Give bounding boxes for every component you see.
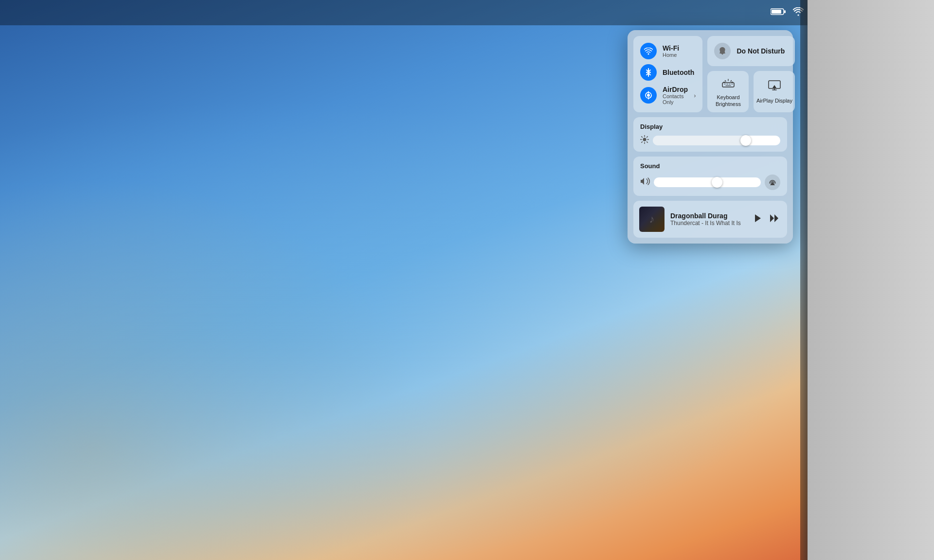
menu-bar: Mon Jun 22 9:41 AM	[0, 0, 934, 25]
sound-slider-track[interactable]	[654, 177, 761, 187]
sound-airplay-button[interactable]	[765, 175, 780, 190]
brightness-icon	[640, 135, 649, 146]
keyboard-brightness-label: Keyboard Brightness	[707, 94, 749, 108]
bluetooth-item[interactable]: Bluetooth	[640, 64, 696, 81]
svg-marker-42	[774, 214, 778, 222]
airdrop-item[interactable]: AirDrop Contacts Only ›	[640, 86, 696, 105]
airdrop-chevron-icon: ›	[694, 92, 696, 99]
svg-rect-15	[722, 83, 734, 87]
skip-forward-button[interactable]	[768, 212, 781, 227]
playback-controls	[752, 212, 781, 227]
display-slider-row	[640, 135, 780, 146]
wifi-item[interactable]: Wi-Fi Home	[640, 43, 696, 59]
svg-rect-2	[772, 10, 781, 14]
display-slider-thumb[interactable]	[740, 135, 751, 146]
svg-marker-40	[755, 214, 761, 222]
connectivity-tile: Wi-Fi Home Bluetooth	[633, 36, 702, 112]
sound-title: Sound	[640, 162, 780, 170]
play-button[interactable]	[752, 212, 764, 227]
svg-marker-41	[770, 214, 774, 222]
now-playing-info: Dragonball Durag Thundercat - It Is What…	[670, 212, 746, 227]
volume-icon	[640, 177, 650, 187]
battery-icon	[771, 8, 786, 18]
svg-rect-1	[784, 10, 786, 13]
svg-line-36	[647, 142, 648, 143]
album-art	[639, 207, 665, 232]
svg-line-23	[731, 80, 732, 81]
svg-marker-27	[772, 85, 776, 88]
laptop-body	[808, 0, 934, 560]
airdrop-text: AirDrop Contacts Only	[663, 86, 688, 105]
sound-slider-thumb[interactable]	[712, 177, 722, 188]
airdrop-icon-circle	[640, 87, 657, 104]
now-playing-tile: Dragonball Durag Thundercat - It Is What…	[633, 201, 787, 238]
airdrop-subtitle: Contacts Only	[663, 93, 688, 105]
wifi-text: Wi-Fi Home	[663, 44, 679, 58]
right-column: Do Not Disturb	[707, 36, 795, 112]
wifi-icon-circle	[640, 43, 657, 59]
track-artist: Thundercat - It Is What It Is	[670, 220, 746, 227]
small-tiles-row: Keyboard Brightness AirPlay Display	[707, 71, 795, 112]
svg-point-9	[648, 53, 649, 54]
airplay-display-label: AirPlay Display	[756, 97, 792, 104]
airplay-display-icon	[768, 79, 781, 94]
svg-point-30	[643, 138, 647, 141]
wifi-subtitle: Home	[663, 52, 679, 58]
display-section: Display	[633, 117, 787, 152]
display-slider-track[interactable]	[653, 136, 780, 145]
svg-line-22	[725, 80, 726, 81]
dnd-icon-circle	[714, 43, 731, 59]
svg-line-38	[642, 142, 643, 143]
bluetooth-name: Bluetooth	[663, 69, 694, 76]
control-center-panel: Wi-Fi Home Bluetooth	[628, 30, 793, 244]
keyboard-brightness-tile[interactable]: Keyboard Brightness	[707, 71, 749, 112]
wifi-name: Wi-Fi	[663, 44, 679, 52]
display-slider-fill	[653, 136, 749, 145]
sound-slider-row	[640, 175, 780, 190]
display-title: Display	[640, 123, 780, 130]
airdrop-name: AirDrop	[663, 86, 688, 93]
sound-section: Sound	[633, 157, 787, 196]
dnd-label: Do Not Disturb	[736, 47, 785, 55]
bluetooth-icon-circle	[640, 64, 657, 81]
svg-point-11	[647, 94, 650, 97]
track-title: Dragonball Durag	[670, 212, 746, 220]
bluetooth-text: Bluetooth	[663, 69, 694, 76]
control-center-top-row: Wi-Fi Home Bluetooth	[633, 36, 787, 112]
airplay-display-tile[interactable]: AirPlay Display	[754, 71, 795, 112]
svg-line-37	[647, 137, 648, 138]
do-not-disturb-tile[interactable]: Do Not Disturb	[707, 36, 795, 66]
svg-line-35	[642, 137, 643, 138]
keyboard-brightness-icon	[722, 76, 735, 91]
